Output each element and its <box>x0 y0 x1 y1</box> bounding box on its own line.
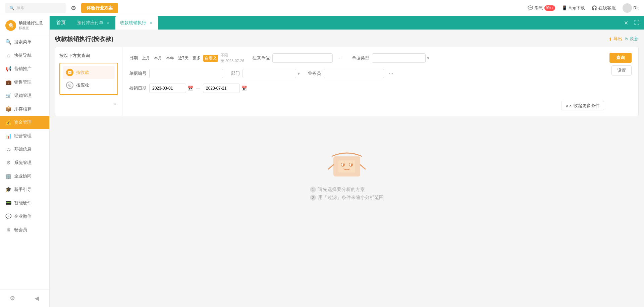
writeoff-date-start-input[interactable] <box>149 84 186 93</box>
message-icon: 💬 <box>528 5 533 10</box>
filter-voucher-no-field: 单据编号 <box>129 69 223 78</box>
sidebar-item-purchase[interactable]: 🛒 采购管理 <box>0 89 49 102</box>
sidebar-item-marketing[interactable]: 📢 营销推广 <box>0 62 49 75</box>
partner-input[interactable] <box>272 53 333 63</box>
industry-btn[interactable]: 体验行业方案 <box>81 3 118 13</box>
department-dropdown[interactable]: ▾ <box>298 71 300 76</box>
sidebar-collapse-icon[interactable]: ◀ <box>32 293 42 304</box>
svg-rect-0 <box>68 71 71 74</box>
refresh-btn[interactable]: ↻ 刷新 <box>625 36 639 42</box>
sidebar-item-wechat[interactable]: 💬 企业微信 <box>0 210 49 223</box>
voucher-no-input[interactable] <box>149 69 223 78</box>
quick-nav-icon: ⌂ <box>5 52 11 58</box>
voucher-type-input[interactable] <box>372 53 426 63</box>
logo-text-group: 畅捷通好生意 标准版 <box>19 20 43 31</box>
sidebar-item-enterprise[interactable]: 🏢 企业协同 <box>0 169 49 183</box>
date-last-month[interactable]: 上月 <box>141 55 151 62</box>
tab-home[interactable]: 首页 <box>50 16 72 30</box>
empty-hint-2: 2 用「过滤」条件来缩小分析范围 <box>310 195 384 201</box>
user-item[interactable]: Rit <box>623 3 639 13</box>
salesperson-more-btn[interactable]: ··· <box>387 70 395 77</box>
inventory-icon: 📦 <box>5 106 11 112</box>
filter-by-receipt[interactable]: 按收款 <box>63 66 115 79</box>
system-icon: ⚙ <box>5 160 11 166</box>
writeoff-date-end-input[interactable] <box>203 84 240 93</box>
tab-close-all-icon[interactable]: ✕ <box>621 18 631 28</box>
query-btn[interactable]: 查询 <box>609 53 632 63</box>
sidebar-item-label: 库存核算 <box>14 106 32 112</box>
sidebar-item-hardware[interactable]: 📟 智能硬件 <box>0 196 49 210</box>
writeoff-date-start-icon[interactable]: 📅 <box>187 86 193 91</box>
sidebar-item-basic-info[interactable]: 🗂 基础信息 <box>0 143 49 156</box>
department-label: 部门 <box>231 70 240 76</box>
filter-by-receivable[interactable]: 按应收 <box>63 79 115 92</box>
svg-point-10 <box>343 164 344 166</box>
top-search-box[interactable]: 🔍 搜索 <box>5 3 66 13</box>
finance-icon: 💰 <box>5 119 11 125</box>
filter-collapse-btn[interactable]: » <box>111 100 118 107</box>
empty-hint-1: 1 请先选择要分析的方案 <box>310 187 384 193</box>
basic-info-icon: 🗂 <box>5 146 11 152</box>
partner-more-btn[interactable]: ··· <box>335 54 344 62</box>
enterprise-icon: 🏢 <box>5 173 11 179</box>
sidebar-item-guide[interactable]: 🎓 新手引导 <box>0 183 49 196</box>
filter-voucher-type-field: 单据类型 ▾ <box>352 53 429 63</box>
sidebar-item-sales[interactable]: 💼 销售管理 <box>0 75 49 89</box>
search-placeholder: 搜索 <box>16 5 24 11</box>
sidebar-item-label: 快捷导航 <box>14 52 32 58</box>
partner-label: 往来单位 <box>252 55 270 61</box>
date-custom[interactable]: 自定义 <box>203 55 218 62</box>
date-this-month[interactable]: 本月 <box>153 55 163 62</box>
sidebar-item-label: 系统管理 <box>14 160 32 166</box>
sidebar-item-finance[interactable]: 💰 资金管理 <box>0 116 49 129</box>
sidebar-item-member[interactable]: ♛ 畅会员 <box>0 223 49 237</box>
salesperson-input[interactable] <box>324 69 384 78</box>
app-download-item[interactable]: 📱 App下载 <box>562 5 585 11</box>
sidebar-item-system[interactable]: ⚙ 系统管理 <box>0 156 49 169</box>
sidebar-item-search-menu[interactable]: 🔍 搜索菜单 <box>0 35 49 49</box>
filter-department-field: 部门 ▾ <box>231 69 300 78</box>
sidebar-nav: 🔍 搜索菜单 ⌂ 快捷导航 📢 营销推广 💼 销售管理 🛒 采购管理 📦 <box>0 35 49 289</box>
tab-prepay-close[interactable]: × <box>105 20 111 25</box>
department-input[interactable] <box>243 69 296 78</box>
filter-row-3: 核销日期 📅 — 📅 <box>129 84 604 93</box>
tab-receipt-writeoff-close[interactable]: × <box>148 20 154 25</box>
tab-bar-actions: ✕ ⛶ <box>621 18 644 28</box>
user-avatar <box>623 3 632 13</box>
empty-illustration <box>327 143 367 180</box>
hint-num-1: 1 <box>310 187 316 193</box>
writeoff-date-end-icon[interactable]: 📅 <box>241 86 247 91</box>
sidebar-item-inventory[interactable]: 📦 库存核算 <box>0 102 49 116</box>
date-7days[interactable]: 近7天 <box>177 55 190 62</box>
tab-prepay[interactable]: 预付冲应付单 × <box>72 16 115 30</box>
page-content: 收款核销执行(按收款) ⬆ 导出 ↻ 刷新 按以下方案查询 <box>50 30 644 307</box>
online-service-item[interactable]: 🎧 在线客服 <box>592 5 616 11</box>
date-this-year[interactable]: 本年 <box>165 55 175 62</box>
writeoff-date-end-group: 📅 <box>203 84 247 93</box>
tab-receipt-writeoff[interactable]: 收款核销执行 × <box>115 16 158 30</box>
export-btn[interactable]: ⬆ 导出 <box>608 36 622 42</box>
setting-btn[interactable]: 设置 <box>611 65 632 75</box>
sidebar-item-operations[interactable]: 📊 经营管理 <box>0 129 49 143</box>
collapse-more-label: 收起更多条件 <box>574 103 600 109</box>
member-icon: ♛ <box>5 227 11 233</box>
sidebar-item-label: 新手引导 <box>14 187 32 193</box>
logo-icon: 兔 <box>5 20 16 31</box>
sidebar: 兔 畅捷通好生意 标准版 🔍 搜索菜单 ⌂ 快捷导航 📢 营销推广 💼 销售管理 <box>0 16 50 307</box>
date-no-limit: 不限 <box>221 53 244 58</box>
writeoff-date-start-group: 📅 <box>149 84 193 93</box>
gear-icon[interactable]: ⚙ <box>68 3 78 13</box>
collapse-more-btn[interactable]: ∧∧ 收起更多条件 <box>561 101 604 110</box>
tab-expand-icon[interactable]: ⛶ <box>632 18 641 28</box>
filter-left-title: 按以下方案查询 <box>59 53 118 59</box>
sidebar-item-quick-nav[interactable]: ⌂ 快捷导航 <box>0 49 49 62</box>
sidebar-item-label: 资金管理 <box>14 119 32 125</box>
page-title: 收款核销执行(按收款) <box>55 35 113 43</box>
voucher-type-dropdown[interactable]: ▾ <box>427 55 429 61</box>
sidebar-settings-icon[interactable]: ⚙ <box>7 293 18 304</box>
sidebar-bottom: ⚙ ◀ <box>0 289 49 307</box>
search-menu-icon: 🔍 <box>5 39 11 45</box>
date-more[interactable]: 更多 <box>191 55 202 62</box>
messages-item[interactable]: 💬 消息 99+ <box>528 5 555 11</box>
by-receipt-label: 按收款 <box>76 69 89 75</box>
